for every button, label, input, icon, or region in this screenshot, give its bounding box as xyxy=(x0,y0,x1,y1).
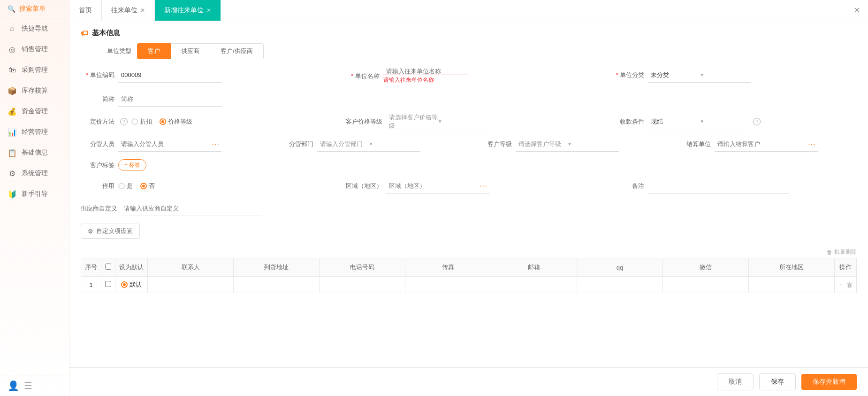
row-select-checkbox[interactable] xyxy=(105,281,111,287)
type-btn-customer[interactable]: 客户 xyxy=(137,43,171,59)
user-icon[interactable]: 👤 xyxy=(8,380,19,391)
sidebar-item-basic-info[interactable]: 📋 基础信息 xyxy=(0,142,69,163)
row-email[interactable] xyxy=(491,277,577,293)
form-row-4: 分管人员 ··· 分管部门 请输入分管部门 ▼ 客户等级 xyxy=(81,137,857,152)
tab-close-new-partner[interactable]: ✕ xyxy=(206,7,211,14)
operations-icon: 📊 xyxy=(8,127,17,137)
phone-input[interactable] xyxy=(323,281,401,288)
sidebar-item-finance[interactable]: 💰 资金管理 xyxy=(0,101,69,122)
sidebar-item-sales[interactable]: ◎ 销售管理 xyxy=(0,39,69,60)
category-arrow-icon: ▼ xyxy=(700,72,748,78)
form-row-6: 停用 是 否 区域（地区） xyxy=(81,179,857,194)
wechat-input[interactable] xyxy=(667,281,745,288)
custom-settings-button[interactable]: ⚙ 自定义项设置 xyxy=(81,224,140,239)
cancel-button[interactable]: 取消 xyxy=(717,373,754,390)
row-qq[interactable] xyxy=(577,277,663,293)
row-action[interactable]: + 🗑 xyxy=(834,277,856,293)
sidebar-item-system[interactable]: ⚙ 系统管理 xyxy=(0,163,69,184)
customer-tag-label: 客户标签 xyxy=(81,161,118,170)
row-address[interactable] xyxy=(234,277,320,293)
department-select[interactable]: 请输入分管部门 ▼ xyxy=(317,137,420,152)
table-col-11: 操作 xyxy=(834,258,856,277)
region-dots-btn[interactable]: ··· xyxy=(478,182,489,190)
sidebar-item-purchase[interactable]: 🛍 采购管理 xyxy=(0,60,69,80)
settlement-input[interactable] xyxy=(715,140,807,148)
unit-code-input[interactable] xyxy=(118,68,221,83)
unit-category-select[interactable]: 未分类 ▼ xyxy=(648,68,751,83)
pricing-help-icon[interactable]: ? xyxy=(120,118,128,125)
sidebar-item-label-quick-nav: 快捷导航 xyxy=(22,24,48,33)
payment-help-icon[interactable]: ? xyxy=(753,118,761,125)
sidebar-item-inventory[interactable]: 📦 库存核算 xyxy=(0,80,69,101)
radio-no[interactable]: 否 xyxy=(140,182,155,190)
add-tag-button[interactable]: + 标签 xyxy=(118,159,146,171)
region-input-wrapper: ··· xyxy=(386,179,489,194)
tab-partners[interactable]: 往来单位✕ xyxy=(102,0,155,21)
unit-category-value: 未分类 xyxy=(651,71,700,79)
settlement-dots-btn[interactable]: ··· xyxy=(806,140,817,148)
customer-price-level-field: 客户价格等级 请选择客户价格等级 ▼ xyxy=(346,114,592,129)
sidebar-item-guide[interactable]: 🔰 新手引导 xyxy=(0,184,69,204)
supplier-custom-input[interactable] xyxy=(121,201,262,216)
customer-level-placeholder: 请选择客户等级 xyxy=(518,140,567,148)
customer-level-select[interactable]: 请选择客户等级 ▼ xyxy=(516,137,619,152)
save-button[interactable]: 保存 xyxy=(759,373,796,390)
region-label: 区域（地区） xyxy=(346,182,386,190)
row-region[interactable] xyxy=(748,277,834,293)
form-area: 🏷 基本信息 单位类型 客户 供应商 客户/供应商 单位编码 单位名称 xyxy=(69,21,868,367)
price-level-arrow-icon: ▼ xyxy=(438,119,487,124)
sidebar-search[interactable]: 🔍 搜索菜单 xyxy=(0,0,69,18)
row-fax[interactable] xyxy=(405,277,491,293)
sidebar-item-quick-nav[interactable]: ⌂ 快捷导航 xyxy=(0,18,69,39)
save-new-button[interactable]: 保存并新增 xyxy=(801,374,857,390)
radio-price-level[interactable]: 价格等级 xyxy=(160,117,192,126)
short-name-input[interactable] xyxy=(118,92,221,107)
contact-input[interactable] xyxy=(152,281,229,288)
qq-input[interactable] xyxy=(581,281,659,288)
guide-icon: 🔰 xyxy=(8,189,17,199)
type-btn-both[interactable]: 客户/供应商 xyxy=(210,43,264,59)
tab-home[interactable]: 首页 xyxy=(69,0,102,21)
payment-terms-value: 现结 xyxy=(651,117,700,126)
address-input[interactable] xyxy=(237,281,315,288)
form-row-2: 简称 xyxy=(81,92,857,107)
manager-input[interactable] xyxy=(118,140,210,148)
row-add-btn[interactable]: + xyxy=(838,281,842,288)
department-label: 分管部门 xyxy=(280,140,317,148)
region-table-input[interactable] xyxy=(753,281,830,288)
close-all-button[interactable]: ✕ xyxy=(846,5,868,16)
table-col-8: qq xyxy=(577,258,663,277)
manager-dots-btn[interactable]: ··· xyxy=(210,140,221,148)
unit-name-input[interactable] xyxy=(383,68,468,75)
row-wechat[interactable] xyxy=(662,277,748,293)
department-arrow-icon: ▼ xyxy=(369,141,418,147)
customer-level-field: 客户等级 请选择客户等级 ▼ xyxy=(478,137,658,152)
unit-code-label: 单位编码 xyxy=(81,71,118,79)
type-btn-supplier[interactable]: 供应商 xyxy=(171,43,210,59)
row-phone[interactable] xyxy=(320,277,405,293)
customer-price-level-placeholder: 请选择客户价格等级 xyxy=(389,113,438,130)
short-name-label: 简称 xyxy=(81,95,118,103)
payment-terms-select[interactable]: 现结 ▼ xyxy=(648,114,751,129)
region-input[interactable] xyxy=(386,182,478,189)
select-all-checkbox[interactable] xyxy=(105,264,111,270)
payment-terms-arrow-icon: ▼ xyxy=(700,119,748,124)
row-contact[interactable] xyxy=(148,277,234,293)
batch-delete-label[interactable]: 批量删除 xyxy=(834,248,857,256)
table-col-1 xyxy=(101,258,115,277)
bars-icon[interactable]: ☰ xyxy=(24,380,32,391)
email-input[interactable] xyxy=(495,281,573,288)
customer-level-label: 客户等级 xyxy=(478,140,516,148)
sidebar-item-operations[interactable]: 📊 经营管理 xyxy=(0,122,69,142)
remark-input[interactable] xyxy=(648,179,789,194)
unit-name-wrapper: 请输入往来单位名称 xyxy=(383,68,468,84)
tab-close-partners[interactable]: ✕ xyxy=(140,7,145,14)
row-checkbox[interactable] xyxy=(101,277,115,293)
fax-input[interactable] xyxy=(409,281,487,288)
tab-new-partner[interactable]: 新增往来单位✕ xyxy=(155,0,221,21)
row-delete-btn[interactable]: 🗑 xyxy=(846,281,853,288)
customer-price-level-select[interactable]: 请选择客户价格等级 ▼ xyxy=(386,114,489,129)
radio-yes[interactable]: 是 xyxy=(118,182,133,190)
radio-discount[interactable]: 折扣 xyxy=(131,117,152,126)
table-row: 1 默认 + 🗑 xyxy=(81,277,857,293)
